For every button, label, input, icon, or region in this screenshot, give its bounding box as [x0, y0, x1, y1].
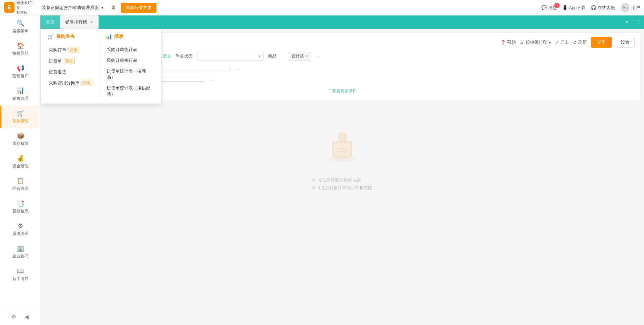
tab-close-sales-rank[interactable]: ✕ [90, 20, 93, 25]
logo-text: 畅捷通好生意 标准版 [16, 0, 38, 15]
sidebar-item-funds[interactable]: 💰 资金管理 [0, 151, 40, 173]
empty-tip-1: 请先选择要分析的方案 [312, 176, 372, 184]
app-download-btn[interactable]: 📱 App下载 [562, 5, 585, 11]
print-icon: 🖨 [520, 40, 524, 45]
sidebar-item-operations[interactable]: 📋 经营管理 [0, 173, 40, 196]
sidebar-label-sales: 销售管理 [12, 96, 29, 101]
sidebar-label-basic-info: 基础信息 [12, 208, 29, 214]
dropdown-item-label-expense: 采购费用分摊单 [49, 80, 79, 86]
settings-filter-btn[interactable]: 设置 [616, 37, 635, 48]
avatar: Ea [620, 3, 630, 12]
sidebar-item-guide[interactable]: 📖 新手引导 [0, 263, 40, 286]
history-tag-expense: 历史 [81, 80, 92, 86]
funds-icon: 💰 [17, 155, 24, 162]
empty-tip-2: 用[过滤]条件来缩小分析范围 [312, 184, 372, 192]
svg-rect-8 [345, 148, 348, 150]
dropdown-cols: 🛒 采购业务 采购订单 历史 进货单 历史 进货退货 [41, 33, 161, 99]
customer-more-dots[interactable]: ··· [209, 77, 215, 82]
sidebar-label-inventory: 库存核算 [12, 141, 29, 147]
tab-close-btn[interactable]: ✕ [622, 18, 631, 27]
topbar-settings-btn[interactable]: ⚙ [109, 3, 118, 12]
user-btn[interactable]: Ea 用户 [620, 3, 640, 12]
dropdown-col-reports: 📊 报表 采购订单统计表 采购订单执行表 进货单统计表（按商品） 进货单统计表（… [103, 33, 157, 99]
basic-info-icon: 📑 [17, 200, 24, 207]
tab-bar-actions: ✕ ⛶ [622, 18, 644, 27]
empty-tips: 请先选择要分析的方案 用[过滤]条件来缩小分析范围 [312, 176, 372, 192]
search-menu-icon: 🔍 [17, 19, 24, 27]
main-layout: 🔍 搜索菜单 🏠 快捷导航 📢 营销推广 📊 销售管理 🛒 采购管理 📦 库存核… [0, 15, 644, 325]
print-btn[interactable]: 🖨 按模板打印 ▾ [520, 39, 551, 45]
sidebar-label-funds: 资金管理 [12, 163, 29, 169]
sidebar-item-quick-nav[interactable]: 🏠 快捷导航 [0, 38, 40, 60]
goods-label: 商品 [268, 53, 285, 59]
history-tag-receipt: 历史 [64, 58, 75, 64]
dropdown-item-return[interactable]: 进货退货 [47, 67, 97, 77]
sidebar-item-search[interactable]: 🔍 搜索菜单 [0, 15, 40, 38]
dropdown-item-label-receipt: 进货单 [49, 58, 62, 64]
logo: 6 畅捷通好生意 标准版 [4, 0, 38, 15]
dropdown-item-receipt[interactable]: 进货单 历史 [47, 55, 97, 67]
sidebar-label-guide: 新手引导 [12, 276, 29, 282]
sidebar-item-system[interactable]: ⚙ 系统管理 [0, 218, 40, 241]
dropdown-item-order-stats[interactable]: 采购订单统计表 [105, 44, 155, 55]
message-icon: 💬 [541, 5, 547, 10]
sidebar-label-system: 系统管理 [12, 231, 29, 237]
sidebar-settings-btn[interactable]: ⚙ [9, 312, 19, 322]
dropdown-menu: 🛒 采购业务 采购订单 历史 进货单 历史 进货退货 [40, 29, 162, 104]
salesperson-input[interactable] [164, 67, 231, 71]
system-title: 装备及固定资产辅助管理系统 ▾ ⚙ 体验行业方案 [42, 3, 541, 13]
sidebar-item-basic-info[interactable]: 📑 基础信息 [0, 196, 40, 218]
dropdown-item-label-order-stats: 采购订单统计表 [107, 47, 137, 53]
tab-sales-rank[interactable]: 销售排行榜 ✕ [60, 15, 99, 29]
topbar: 6 畅捷通好生意 标准版 装备及固定资产辅助管理系统 ▾ ⚙ 体验行业方案 💬 … [0, 0, 644, 15]
dropdown-col-reports-title: 📊 报表 [105, 33, 155, 41]
sidebar-item-purchase[interactable]: 🛒 采购管理 [0, 106, 40, 128]
dropdown-item-purchase-order[interactable]: 采购订单 历史 [47, 44, 97, 55]
goods-more-dots[interactable]: ··· [315, 54, 321, 59]
tab-fullscreen-btn[interactable]: ⛶ [633, 18, 641, 27]
refresh-btn[interactable]: ↺ 刷新 [573, 39, 587, 45]
purchase-col-icon: 🛒 [47, 33, 54, 40]
dropdown-item-expense[interactable]: 采购费用分摊单 历史 [47, 77, 97, 88]
settings-bottom-icon: ⚙ [11, 314, 16, 320]
svg-rect-7 [341, 148, 344, 150]
purchase-icon: 🛒 [17, 110, 24, 117]
doc-status-select[interactable]: ▾ [196, 52, 264, 61]
sidebar-item-enterprise[interactable]: 🏢 企业协同 [0, 241, 40, 263]
tab-home[interactable]: 首页 [40, 15, 60, 29]
query-btn[interactable]: 查询 [591, 37, 612, 48]
goods-tag: 设计蒸 ✕ [289, 52, 311, 61]
goods-tag-close[interactable]: ✕ [305, 54, 308, 58]
sidebar-collapse-btn[interactable]: ◀ [22, 312, 32, 322]
sidebar-label-quick-nav: 快捷导航 [12, 51, 29, 56]
dropdown-item-receipt-stats-goods[interactable]: 进货单统计表（按商品） [105, 66, 155, 83]
sidebar-bottom: ⚙ ◀ [0, 308, 40, 325]
tab-bar: 首页 销售排行榜 ✕ ✕ ⛶ [40, 15, 644, 29]
messages-btn[interactable]: 💬 消息 5 [541, 5, 557, 11]
industry-btn[interactable]: 体验行业方案 [121, 3, 156, 13]
online-service-btn[interactable]: 🎧 在线客服 [591, 5, 615, 11]
dropdown-item-receipt-stats-supplier[interactable]: 进货单统计表（按供应商） [105, 83, 155, 99]
salesperson-more-dots[interactable]: ··· [235, 67, 241, 72]
enterprise-icon: 🏢 [17, 245, 24, 252]
dropdown-item-label-order-exec: 采购订单执行表 [107, 57, 137, 64]
help-btn[interactable]: ❓ 帮助 [500, 39, 516, 45]
system-title-dropdown[interactable]: ▾ [101, 5, 103, 10]
sales-icon: 📊 [17, 87, 24, 94]
marketing-icon: 📢 [17, 65, 24, 72]
sidebar-item-marketing[interactable]: 📢 营销推广 [0, 60, 40, 83]
sidebar-item-inventory[interactable]: 📦 库存核算 [0, 128, 40, 151]
help-icon: ❓ [500, 40, 506, 45]
collapse-label: 收起更多条件 [332, 88, 357, 93]
guide-icon: 📖 [17, 267, 24, 275]
export-icon: ↗ [555, 40, 559, 45]
home-icon: 🏠 [17, 42, 24, 49]
empty-illustration [322, 131, 362, 171]
dropdown-item-order-exec[interactable]: 采购订单执行表 [105, 55, 155, 66]
dropdown-item-label-receipt-stats-goods: 进货单统计表（按商品） [107, 68, 153, 80]
logo-icon: 6 [4, 2, 14, 13]
print-dropdown-icon: ▾ [549, 40, 551, 45]
topbar-right: 💬 消息 5 📱 App下载 🎧 在线客服 Ea 用户 [541, 3, 640, 12]
export-btn[interactable]: ↗ 导出 [555, 39, 569, 45]
sidebar-item-sales[interactable]: 📊 销售管理 [0, 83, 40, 106]
